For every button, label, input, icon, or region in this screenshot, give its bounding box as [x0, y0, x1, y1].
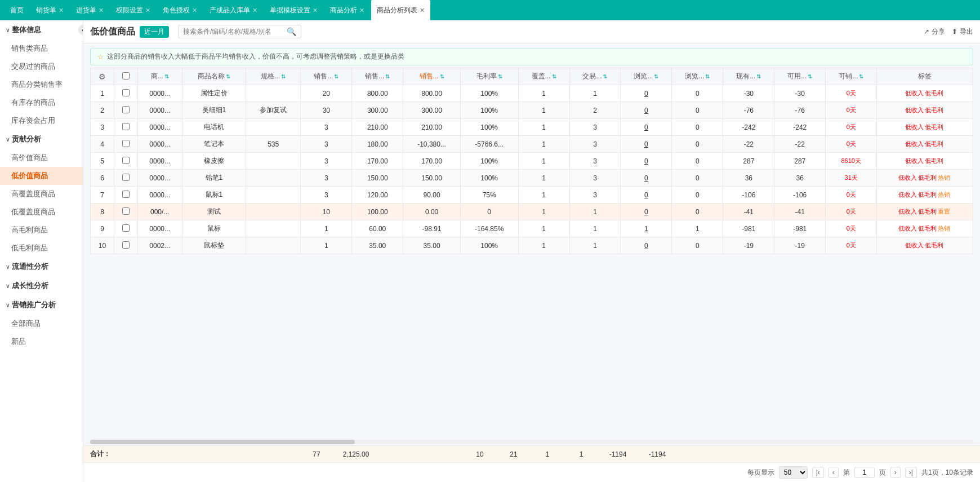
- sidebar-item-high-coverage[interactable]: 高覆盖度商品: [0, 185, 83, 203]
- td-checkbox[interactable]: [114, 85, 137, 102]
- nav-roles[interactable]: 角色授权 ✕: [157, 0, 203, 20]
- td-checkbox[interactable]: [114, 119, 137, 136]
- period-tag[interactable]: 近一月: [140, 26, 169, 38]
- nav-close-template[interactable]: ✕: [313, 7, 318, 14]
- td-code: 0000...: [137, 153, 182, 170]
- sidebar-group-circulation[interactable]: ∨流通性分析: [0, 257, 83, 276]
- export-button[interactable]: ⬆ 导出: [952, 27, 973, 37]
- th-checkbox[interactable]: [114, 68, 137, 85]
- td-checkbox[interactable]: [114, 153, 137, 170]
- data-table: ⚙ 商...⇅ 商品名称⇅ 规格...⇅ 销售...⇅ 销售...⇅ 销售...…: [90, 68, 973, 254]
- sidebar-item-sales-products[interactable]: 销售类商品: [0, 39, 83, 58]
- th-trade[interactable]: 交易...⇅: [569, 68, 621, 85]
- td-view2: 0: [672, 153, 723, 170]
- td-tags: 低收入低毛利: [877, 153, 973, 170]
- th-spec[interactable]: 规格...⇅: [246, 68, 301, 85]
- td-s2: 60.00: [352, 220, 403, 237]
- td-view1[interactable]: 0: [621, 187, 672, 204]
- search-input[interactable]: [183, 28, 284, 36]
- nav-close-product-inbound[interactable]: ✕: [252, 7, 257, 14]
- sidebar-item-inventory-products[interactable]: 有库存的商品: [0, 94, 83, 112]
- th-gear[interactable]: ⚙: [91, 68, 114, 85]
- td-view1[interactable]: 0: [621, 136, 672, 153]
- sidebar-item-high-value[interactable]: 高价值商品: [0, 149, 83, 167]
- sidebar-item-category-rate[interactable]: 商品分类销售率: [0, 76, 83, 94]
- sidebar-group-marketing[interactable]: ∨营销推广分析: [0, 295, 83, 315]
- last-page-btn[interactable]: ›|: [905, 467, 917, 478]
- td-view1[interactable]: 0: [621, 85, 672, 102]
- td-checkbox[interactable]: [114, 187, 137, 204]
- prev-page-btn[interactable]: ‹: [828, 467, 839, 478]
- nav-close-product-list[interactable]: ✕: [420, 7, 425, 14]
- th-margin[interactable]: 毛利率⇅: [460, 68, 518, 85]
- sidebar-item-new-products[interactable]: 新品: [0, 333, 83, 351]
- th-name[interactable]: 商品名称⇅: [182, 68, 246, 85]
- tag-重置: 重置: [938, 208, 950, 215]
- scrollbar-track[interactable]: [90, 440, 973, 444]
- th-s2[interactable]: 销售...⇅: [352, 68, 403, 85]
- th-days[interactable]: 可销...⇅: [826, 68, 877, 85]
- nav-product-inbound[interactable]: 产成品入库单 ✕: [204, 0, 263, 20]
- td-view1[interactable]: 0: [621, 119, 672, 136]
- td-avail: -76: [774, 102, 826, 119]
- td-checkbox[interactable]: [114, 220, 137, 237]
- nav-close-product-analysis[interactable]: ✕: [359, 7, 364, 14]
- td-spec: [246, 85, 301, 102]
- page-size-select[interactable]: 50 100 200: [779, 466, 808, 479]
- td-view1[interactable]: 0: [621, 237, 672, 254]
- nav-home[interactable]: 首页: [5, 0, 29, 20]
- nav-close-purchase[interactable]: ✕: [99, 7, 104, 14]
- search-icon[interactable]: 🔍: [287, 27, 296, 36]
- nav-template[interactable]: 单据模板设置 ✕: [264, 0, 323, 20]
- td-checkbox[interactable]: [114, 204, 137, 220]
- share-button[interactable]: ↗ 分享: [924, 27, 945, 37]
- sidebar-item-low-value[interactable]: 低价值商品: [0, 167, 83, 185]
- nav-sales[interactable]: 销货单 ✕: [30, 0, 69, 20]
- sidebar-group-contribution[interactable]: ∨贡献分析: [0, 130, 83, 149]
- th-stock[interactable]: 现有...⇅: [723, 68, 774, 85]
- th-tags[interactable]: 标签: [877, 68, 973, 85]
- th-view2[interactable]: 浏览...⇅: [672, 68, 723, 85]
- th-code[interactable]: 商...⇅: [137, 68, 182, 85]
- sidebar-item-low-margin[interactable]: 低毛利商品: [0, 239, 83, 257]
- th-view1[interactable]: 浏览...⇅: [621, 68, 672, 85]
- td-checkbox[interactable]: [114, 237, 137, 254]
- nav-product-analysis[interactable]: 商品分析 ✕: [324, 0, 370, 20]
- td-stock: -22: [723, 136, 774, 153]
- nav-permissions[interactable]: 权限设置 ✕: [110, 0, 156, 20]
- sidebar-item-all-products[interactable]: 全部商品: [0, 315, 83, 333]
- sidebar-item-high-margin[interactable]: 高毛利商品: [0, 221, 83, 239]
- td-checkbox[interactable]: [114, 136, 137, 153]
- page-input[interactable]: [854, 467, 875, 478]
- footer-summary: 合计： 77 2,125.00 10 21 1 1 -1194 -1194: [83, 445, 980, 462]
- nav-close-permissions[interactable]: ✕: [145, 7, 150, 14]
- th-s3[interactable]: 销售...⇅: [403, 68, 461, 85]
- td-view1[interactable]: 0: [621, 153, 672, 170]
- tag-低收入: 低收入: [905, 123, 924, 130]
- td-avail: 36: [774, 170, 826, 187]
- td-days: 0天: [826, 136, 877, 153]
- th-cover[interactable]: 覆盖...⇅: [518, 68, 569, 85]
- td-view1[interactable]: 0: [621, 102, 672, 119]
- sidebar-item-traded-products[interactable]: 交易过的商品: [0, 58, 83, 76]
- sidebar-item-low-coverage[interactable]: 低覆盖度商品: [0, 203, 83, 221]
- nav-close-roles[interactable]: ✕: [192, 7, 197, 14]
- td-view1[interactable]: 0: [621, 170, 672, 187]
- th-s1[interactable]: 销售...⇅: [301, 68, 352, 85]
- data-table-wrap: ⚙ 商...⇅ 商品名称⇅ 规格...⇅ 销售...⇅ 销售...⇅ 销售...…: [90, 68, 973, 439]
- sidebar-group-overall[interactable]: ∨整体信息: [0, 20, 83, 39]
- td-checkbox[interactable]: [114, 102, 137, 119]
- nav-purchase[interactable]: 进货单 ✕: [70, 0, 109, 20]
- next-page-btn[interactable]: ›: [890, 467, 901, 478]
- sidebar-item-inventory-capital[interactable]: 库存资金占用: [0, 112, 83, 130]
- td-view2: 0: [672, 102, 723, 119]
- sidebar-group-growth[interactable]: ∨成长性分析: [0, 276, 83, 295]
- td-view1[interactable]: 1: [621, 220, 672, 237]
- th-avail[interactable]: 可用...⇅: [774, 68, 826, 85]
- nav-product-list[interactable]: 商品分析列表 ✕: [371, 0, 430, 20]
- td-checkbox[interactable]: [114, 170, 137, 187]
- first-page-btn[interactable]: |‹: [812, 467, 824, 478]
- td-view1[interactable]: 0: [621, 204, 672, 220]
- td-cover: 1: [518, 85, 569, 102]
- nav-close-sales[interactable]: ✕: [59, 7, 64, 14]
